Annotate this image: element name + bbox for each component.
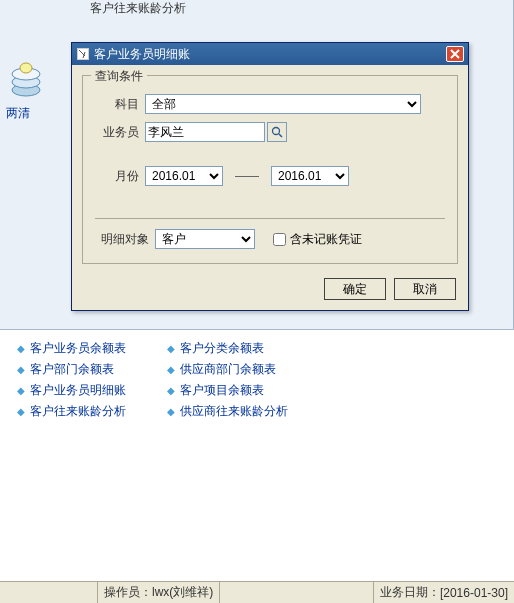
report-link[interactable]: ◆客户往来账龄分析	[16, 403, 126, 420]
status-cell-blank	[0, 582, 98, 603]
report-link-label: 客户分类余额表	[180, 340, 264, 357]
operator-search-button[interactable]	[267, 122, 287, 142]
status-spacer	[220, 582, 374, 603]
unposted-checkbox-wrap[interactable]: 含未记账凭证	[269, 230, 362, 249]
bullet-icon: ◆	[166, 365, 176, 375]
report-link-label: 供应商往来账龄分析	[180, 403, 288, 420]
report-link[interactable]: ◆客户分类余额表	[166, 340, 288, 357]
fieldset-legend: 查询条件	[91, 68, 147, 85]
bullet-icon: ◆	[16, 407, 26, 417]
report-link-label: 客户部门余额表	[30, 361, 114, 378]
dialog: 客户业务员明细账 查询条件 科目 全部 业务员	[71, 42, 469, 311]
svg-point-5	[273, 128, 280, 135]
report-link[interactable]: ◆供应商往来账龄分析	[166, 403, 288, 420]
title-icon	[76, 47, 90, 61]
subject-label: 科目	[95, 96, 139, 113]
report-link-label: 客户项目余额表	[180, 382, 264, 399]
close-button[interactable]	[446, 46, 464, 62]
cancel-button[interactable]: 取消	[394, 278, 456, 300]
svg-point-3	[20, 63, 32, 73]
bullet-icon: ◆	[16, 386, 26, 396]
status-date: 业务日期：[2016-01-30]	[374, 582, 514, 603]
svg-line-6	[279, 134, 282, 137]
status-bar: 操作员：lwx(刘维祥) 业务日期：[2016-01-30]	[0, 581, 514, 603]
operator-label: 业务员	[95, 124, 139, 141]
bullet-icon: ◆	[166, 386, 176, 396]
background-label[interactable]: 两清	[6, 105, 30, 122]
month-from-select[interactable]: 2016.01	[145, 166, 223, 186]
report-link[interactable]: ◆客户业务员明细账	[16, 382, 126, 399]
operator-input[interactable]	[145, 122, 265, 142]
report-link[interactable]: ◆客户业务员余额表	[16, 340, 126, 357]
report-link[interactable]: ◆客户部门余额表	[16, 361, 126, 378]
background-icon	[6, 60, 46, 100]
detail-select[interactable]: 客户	[155, 229, 255, 249]
bullet-icon: ◆	[166, 407, 176, 417]
detail-label: 明细对象	[95, 231, 149, 248]
title-bar: 客户业务员明细账	[72, 43, 468, 65]
divider	[95, 218, 445, 219]
bullet-icon: ◆	[16, 344, 26, 354]
unposted-checkbox[interactable]	[273, 233, 286, 246]
report-link-label: 客户业务员明细账	[30, 382, 126, 399]
link-area: ◆客户业务员余额表◆客户部门余额表◆客户业务员明细账◆客户往来账龄分析 ◆客户分…	[16, 340, 288, 420]
unposted-label: 含未记账凭证	[290, 231, 362, 248]
subject-select[interactable]: 全部	[145, 94, 421, 114]
query-fieldset: 查询条件 科目 全部 业务员 月份	[82, 75, 458, 264]
month-to-select[interactable]: 2016.01	[271, 166, 349, 186]
search-icon	[271, 126, 283, 138]
month-sep: ——	[235, 169, 259, 183]
bullet-icon: ◆	[16, 365, 26, 375]
report-link[interactable]: ◆供应商部门余额表	[166, 361, 288, 378]
bullet-icon: ◆	[166, 344, 176, 354]
bg-heading: 客户往来账龄分析	[90, 0, 186, 17]
dialog-title: 客户业务员明细账	[94, 46, 446, 63]
status-operator: 操作员：lwx(刘维祥)	[98, 582, 220, 603]
report-link-label: 客户业务员余额表	[30, 340, 126, 357]
report-link[interactable]: ◆客户项目余额表	[166, 382, 288, 399]
ok-button[interactable]: 确定	[324, 278, 386, 300]
month-label: 月份	[95, 168, 139, 185]
report-link-label: 客户往来账龄分析	[30, 403, 126, 420]
report-link-label: 供应商部门余额表	[180, 361, 276, 378]
